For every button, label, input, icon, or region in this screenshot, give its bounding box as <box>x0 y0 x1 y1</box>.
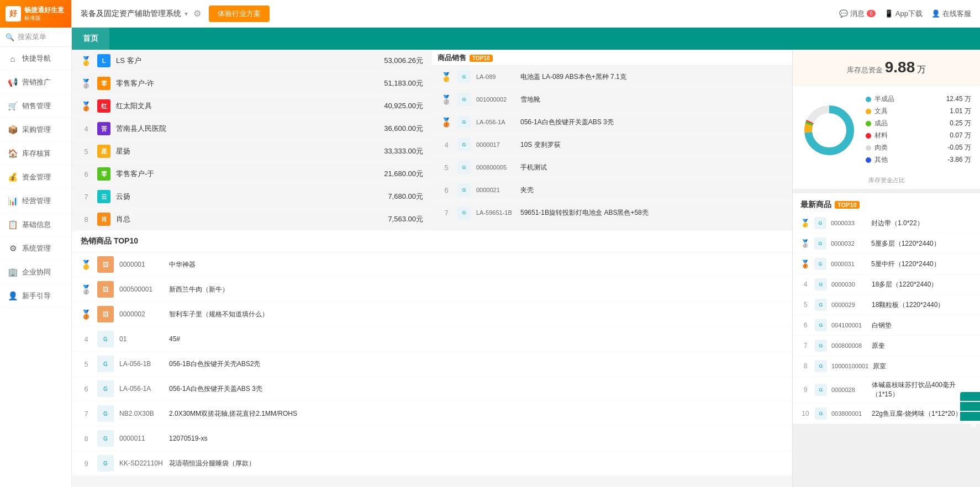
product-thumb: G <box>814 237 826 250</box>
message-button[interactable]: 💬 消息 6 <box>839 9 876 19</box>
new-product-item: 🥈 G 0000032 5厘多层（1220*2440） <box>793 234 980 254</box>
product-name: 电池盖 LA-089 ABS本色+黑种 7.1克 <box>520 72 783 82</box>
marketing-icon: 📢 <box>8 77 18 87</box>
rank-number: 8 <box>81 215 92 224</box>
medal-icon: 🥉 <box>81 101 92 112</box>
message-icon: 💬 <box>839 9 848 18</box>
product-code: 0000029 <box>831 301 867 308</box>
product-name: 18颗粒板（1220*2440） <box>872 300 972 310</box>
product-code: 0000032 <box>831 240 867 247</box>
product-name: 45# <box>169 335 783 343</box>
hot-product-item: 🥇 🖼 0000001 中华神器 <box>72 252 792 277</box>
float-btn-customer-service[interactable]: 客服热线 <box>960 392 980 401</box>
product-code: 0000002 <box>119 310 164 318</box>
app-download-button[interactable]: 📱 App下载 <box>884 9 923 19</box>
sidebar-item-system[interactable]: ⚙ 系统管理 <box>0 237 71 261</box>
rank-number: 6 <box>800 321 810 329</box>
online-service-button[interactable]: 👤 在线客服 <box>931 9 971 19</box>
rank-number: 6 <box>81 385 92 393</box>
sidebar-item-operation[interactable]: 📊 经营管理 <box>0 189 71 213</box>
product-thumb: G <box>815 407 827 420</box>
tab-home[interactable]: 首页 <box>72 28 109 50</box>
medal-icon: 🥈 <box>81 78 92 89</box>
nav-tabs: 首页 <box>72 28 980 50</box>
product-thumb: G <box>815 319 827 331</box>
customer-top10-section: 🥇 L LS 客户 53,006.26元 🥈 零 零售客户-许 51,183.0… <box>72 50 432 231</box>
operation-icon: 📊 <box>8 196 18 206</box>
legend-item: 其他 -3.86 万 <box>866 155 971 165</box>
new-product-item: 9 G 0000028 体碱嘉枝味苏打饮品400毫升（1*15） <box>793 377 980 404</box>
sidebar-item-guide[interactable]: 👤 新手引导 <box>0 284 71 308</box>
product-name: 056-1B白色按键开关壳ABS2壳 <box>169 359 783 369</box>
new-product-item: 🥉 G 0000031 5厘中纤（1220*2440） <box>793 254 980 274</box>
customer-value: 7,563.00元 <box>388 214 423 224</box>
rank-number: 5 <box>800 301 810 309</box>
logo: 好 畅捷通好生意 标准版 <box>0 0 71 28</box>
customer-icon: 苦 <box>97 122 110 135</box>
legend-name: 其他 <box>874 155 944 165</box>
customer-rank-item: 🥈 零 零售客户-许 51,183.00元 <box>72 72 432 95</box>
sidebar-item-inventory[interactable]: 🏠 库存核算 <box>0 142 71 166</box>
product-sales-item: 7 G LA-59651-1B 59651-1B旋转投影灯电池盒 ABS黑色+5… <box>432 202 792 224</box>
rank-number: 5 <box>441 163 452 172</box>
product-code: 0000001 <box>119 261 164 268</box>
hot-products-list: 🥇 🖼 0000001 中华神器 🥈 🖼 000500001 新西兰牛肉（新牛）… <box>72 252 792 476</box>
product-thumb: G <box>814 217 826 229</box>
product-thumb: G <box>97 430 114 447</box>
inventory-icon: 🏠 <box>8 149 18 158</box>
product-thumb: G <box>815 340 827 352</box>
settings-icon[interactable]: ⚙ <box>193 8 201 19</box>
new-products-header: 最新商品 TOP10 <box>793 193 980 213</box>
legend-item: 半成品 12.45 万 <box>866 94 971 104</box>
home-icon: ⌂ <box>8 54 18 63</box>
product-name: 封边带（1.0*22） <box>871 219 972 228</box>
product-name: 花语萌恒温分腿睡袋（厚款） <box>169 459 783 468</box>
basic-icon: 📋 <box>8 220 18 230</box>
hot-product-item: 9 G KK-SD22110H 花语萌恒温分腿睡袋（厚款） <box>72 451 792 476</box>
float-btn-live[interactable]: 直播 <box>960 412 980 421</box>
sidebar-item-finance[interactable]: 💰 资金管理 <box>0 166 71 189</box>
trial-button[interactable]: 体验行业方案 <box>209 6 270 22</box>
hot-products-title: 热销商品 TOP10 <box>81 236 138 246</box>
product-code: 0000028 <box>831 387 867 393</box>
rank-number: 5 <box>81 147 92 156</box>
product-name: 056-1A白色按键开关盖ABS 3壳 <box>169 384 783 394</box>
inventory-subtitle: 库存资金占比 <box>793 176 980 189</box>
product-name: 智利车子里（规格不知道填什么） <box>169 310 783 319</box>
legend-name: 成品 <box>874 119 946 128</box>
product-thumb: G <box>815 360 827 372</box>
sidebar-item-marketing[interactable]: 📢 营销推广 <box>0 71 71 94</box>
sidebar-item-quick-nav[interactable]: ⌂ 快捷导航 <box>0 47 71 71</box>
new-products-section: 最新商品 TOP10 🥇 G 0000033 封边带（1.0*22） 🥈 G 0… <box>793 193 980 424</box>
new-products-list: 🥇 G 0000033 封边带（1.0*22） 🥈 G 0000032 5厘多层… <box>793 213 980 424</box>
sidebar-item-sales[interactable]: 🛒 销售管理 <box>0 94 71 118</box>
customer-icon: 红 <box>97 99 110 113</box>
legend-dot <box>866 121 871 126</box>
rank-number: 5 <box>81 360 92 368</box>
customer-name: 云扬 <box>116 192 382 202</box>
cooperation-icon: 🏢 <box>8 267 18 277</box>
legend-item: 文具 1.01 万 <box>866 107 971 116</box>
new-product-item: 🥇 G 0000033 封边带（1.0*22） <box>793 213 980 234</box>
sidebar-item-cooperation[interactable]: 🏢 企业协同 <box>0 261 71 284</box>
search-menu[interactable]: 🔍 搜索菜单 <box>0 28 71 47</box>
product-thumb: G <box>97 455 114 472</box>
product-code: 0000017 <box>476 141 515 148</box>
product-thumb: 🖼 <box>97 306 114 322</box>
legend-value: 0.07 万 <box>950 131 971 140</box>
legend-value: 0.25 万 <box>950 119 971 128</box>
main-area: 装备及固定资产辅助管理系统 ▾ ⚙ 体验行业方案 💬 消息 6 📱 App下载 … <box>72 0 980 487</box>
sidebar-item-basic[interactable]: 📋 基础信息 <box>0 213 71 237</box>
rank-number: 6 <box>81 170 92 178</box>
product-code: 0000021 <box>476 187 515 193</box>
sidebar-item-purchase[interactable]: 📦 采购管理 <box>0 118 71 142</box>
customer-name: 星扬 <box>116 146 378 156</box>
float-btn-community[interactable]: 服务社区 <box>960 402 980 411</box>
inventory-section: 库存总资金 9.88 万 <box>793 50 980 189</box>
customer-rank-item: 🥉 红 红太阳文具 40,925.00元 <box>72 95 432 118</box>
product-name: 体碱嘉枝味苏打饮品400毫升（1*15） <box>872 380 972 399</box>
float-buttons: 客服热线 服务社区 直播 <box>960 392 980 421</box>
hot-product-item: 4 G 01 45# <box>72 327 792 352</box>
product-sales-item: 5 G 000800005 手机测试 <box>432 156 792 179</box>
search-icon: 🔍 <box>6 33 14 41</box>
